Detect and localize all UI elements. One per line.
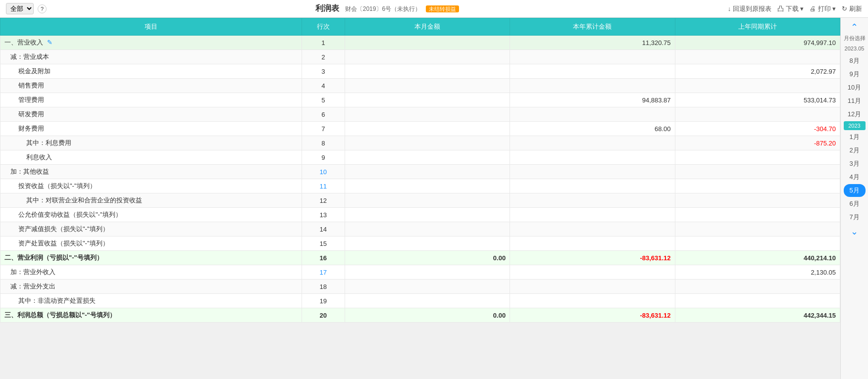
sidebar-month-item[interactable]: 1月 (844, 131, 866, 143)
cell-month-amount (345, 136, 510, 150)
report-title: 利润表 (315, 4, 339, 12)
cell-row-num: 9 (302, 150, 345, 165)
sidebar-month-item[interactable]: 3月 (844, 157, 866, 170)
cell-month-amount (345, 122, 510, 136)
year-display: 2023.05 (844, 44, 866, 53)
sidebar-month-item[interactable]: 11月 (844, 95, 866, 107)
table-row: 二、营业利润（亏损以"-"号填列）160.00-83,631.12440,214… (0, 251, 840, 265)
cell-month-amount (345, 64, 510, 79)
cell-year-amount (510, 280, 675, 294)
cell-month-amount (345, 237, 510, 251)
cell-prev-amount: 2,072.97 (675, 64, 840, 79)
cell-year-amount: 94,883.87 (510, 93, 675, 107)
cell-row-num: 14 (302, 222, 345, 237)
cell-item: 销售费用 (0, 79, 302, 93)
sidebar-month-item[interactable]: 5月 (844, 184, 866, 197)
cell-year-amount (510, 179, 675, 193)
table-row: 加：营业外收入172,130.05 (0, 265, 840, 280)
download-button[interactable]: 凸 下载 ▾ (777, 4, 804, 13)
cell-item: 其中：非流动资产处置损失 (0, 294, 302, 308)
report-subtitle: 财会〔2019〕6号（未执行） (345, 5, 421, 12)
cell-item: 加：营业外收入 (0, 265, 302, 280)
table-row: 一、营业收入 ✎111,320.75974,997.10 (0, 36, 840, 50)
cell-row-num: 15 (302, 237, 345, 251)
cell-item: 税金及附加 (0, 64, 302, 79)
table-row: 其中：非流动资产处置损失19 (0, 294, 840, 308)
cell-prev-amount (675, 165, 840, 179)
cell-row-num: 1 (302, 36, 345, 50)
sidebar-month-item[interactable]: 8月 (844, 54, 866, 67)
scroll-down-arrow[interactable]: ⌄ (849, 224, 860, 239)
cell-month-amount (345, 222, 510, 237)
top-bar-left: 全部 ? (6, 3, 47, 14)
report-table: 项目 行次 本月金额 本年累计金额 上年同期累计 一、营业收入 ✎111,320… (0, 18, 840, 323)
cell-year-amount (510, 265, 675, 280)
header-prev: 上年同期累计 (675, 18, 840, 36)
cell-month-amount: 0.00 (345, 308, 510, 323)
cell-item: 管理费用 (0, 93, 302, 107)
sidebar-month-item[interactable]: 12月 (844, 108, 866, 121)
cell-year-amount (510, 208, 675, 222)
scroll-up-arrow[interactable]: ⌃ (849, 20, 860, 35)
sidebar-month-item[interactable]: 9月 (844, 68, 866, 81)
cell-prev-amount (675, 107, 840, 122)
cell-row-num: 5 (302, 93, 345, 107)
cell-row-num: 2 (302, 50, 345, 64)
cell-row-num: 16 (302, 251, 345, 265)
title-area: 利润表 财会〔2019〕6号（未执行） 未结转损益 (47, 3, 728, 14)
table-row: 投资收益（损失以"-"填列）11 (0, 179, 840, 193)
cell-item: 二、营业利润（亏损以"-"号填列） (0, 251, 302, 265)
cell-year-amount (510, 79, 675, 93)
cell-year-amount: 68.00 (510, 122, 675, 136)
cell-year-amount (510, 193, 675, 208)
table-row: 销售费用4 (0, 79, 840, 93)
cell-row-num: 13 (302, 208, 345, 222)
header-month: 本月金额 (345, 18, 510, 36)
table-row: 税金及附加32,072.97 (0, 64, 840, 79)
cell-year-amount (510, 294, 675, 308)
cell-year-amount (510, 64, 675, 79)
sidebar-month-item[interactable]: 2月 (844, 144, 866, 157)
cell-prev-amount: 2,130.05 (675, 265, 840, 280)
table-row: 其中：利息费用8-875.20 (0, 136, 840, 150)
cell-prev-amount: 974,997.10 (675, 36, 840, 50)
cell-item: 其中：利息费用 (0, 136, 302, 150)
help-icon[interactable]: ? (38, 4, 47, 13)
cell-item: 资产减值损失（损失以"-"填列） (0, 222, 302, 237)
cell-item: 减：营业外支出 (0, 280, 302, 294)
cell-year-amount (510, 136, 675, 150)
back-button[interactable]: ↓ 回退到原报表 (728, 4, 771, 13)
print-button[interactable]: 🖨 打印 ▾ (810, 4, 836, 13)
cell-row-num: 6 (302, 107, 345, 122)
sidebar-month-item[interactable]: 7月 (844, 211, 866, 224)
month-selector-label: 月份选择 (844, 35, 866, 42)
cell-month-amount (345, 208, 510, 222)
status-badge: 未结转损益 (426, 5, 459, 12)
sidebar-month-item[interactable]: 4月 (844, 171, 866, 184)
cell-item: 加：其他收益 (0, 165, 302, 179)
cell-year-amount (510, 222, 675, 237)
cell-item: 一、营业收入 ✎ (0, 36, 302, 50)
table-row: 研发费用6 (0, 107, 840, 122)
sidebar-month-item[interactable]: 6月 (844, 197, 866, 210)
cell-month-amount (345, 50, 510, 64)
refresh-button[interactable]: ↻ 刷新 (842, 4, 862, 13)
edit-icon[interactable]: ✎ (45, 39, 52, 46)
cell-year-amount (510, 107, 675, 122)
main-container: 项目 行次 本月金额 本年累计金额 上年同期累计 一、营业收入 ✎111,320… (0, 18, 868, 379)
table-header-row: 项目 行次 本月金额 本年累计金额 上年同期累计 (0, 18, 840, 36)
content-area: 项目 行次 本月金额 本年累计金额 上年同期累计 一、营业收入 ✎111,320… (0, 18, 840, 379)
cell-month-amount (345, 165, 510, 179)
sidebar-month-item[interactable]: 10月 (844, 81, 866, 94)
cell-row-num: 8 (302, 136, 345, 150)
cell-row-num: 4 (302, 79, 345, 93)
cell-row-num: 17 (302, 265, 345, 280)
table-row: 财务费用768.00-304.70 (0, 122, 840, 136)
cell-row-num: 10 (302, 165, 345, 179)
cell-month-amount (345, 294, 510, 308)
scope-dropdown[interactable]: 全部 (6, 3, 34, 14)
cell-row-num: 12 (302, 193, 345, 208)
cell-month-amount (345, 179, 510, 193)
cell-prev-amount (675, 79, 840, 93)
cell-row-num: 20 (302, 308, 345, 323)
